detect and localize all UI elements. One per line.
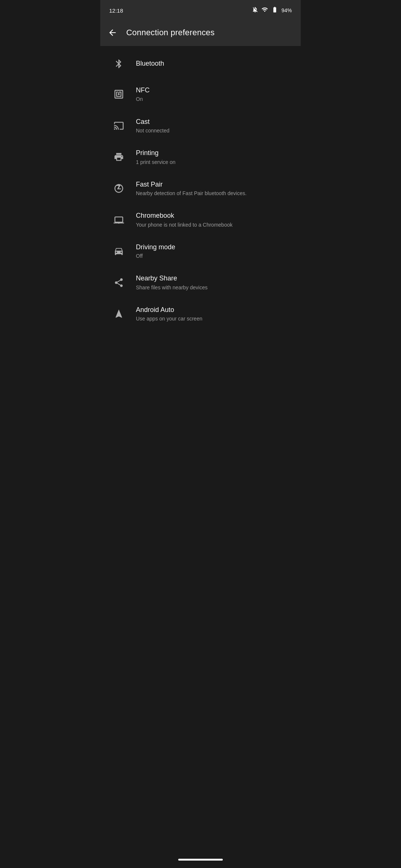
cast-subtitle: Not connected [136, 127, 292, 134]
nfc-icon [109, 89, 128, 99]
driving-mode-icon [109, 246, 128, 256]
android-auto-icon [109, 309, 128, 319]
android-auto-title: Android Auto [136, 306, 292, 314]
nfc-subtitle: On [136, 96, 292, 102]
nav-indicator [178, 859, 223, 861]
settings-item-nfc[interactable]: NFC On [100, 79, 301, 110]
nfc-title: NFC [136, 86, 292, 95]
page-title: Connection preferences [126, 28, 215, 37]
notification-mute-icon [252, 6, 258, 14]
nearby-share-subtitle: Share files with nearby devices [136, 284, 292, 291]
nearby-share-icon [109, 277, 128, 288]
printing-title: Printing [136, 149, 292, 157]
android-auto-content: Android Auto Use apps on your car screen [128, 306, 292, 322]
chromebook-icon [109, 215, 128, 225]
cast-title: Cast [136, 118, 292, 126]
printing-content: Printing 1 print service on [128, 149, 292, 165]
chromebook-title: Chromebook [136, 211, 292, 220]
printing-subtitle: 1 print service on [136, 159, 292, 165]
cast-icon [109, 121, 128, 131]
nav-bar [100, 854, 301, 868]
settings-item-bluetooth[interactable]: Bluetooth [100, 49, 301, 79]
cast-content: Cast Not connected [128, 118, 292, 134]
printing-icon [109, 152, 128, 162]
android-auto-subtitle: Use apps on your car screen [136, 315, 292, 322]
battery-percentage: 94% [281, 7, 292, 13]
chromebook-content: Chromebook Your phone is not linked to a… [128, 211, 292, 228]
status-icons: 94% [252, 6, 292, 14]
bluetooth-icon [109, 59, 128, 69]
driving-mode-subtitle: Off [136, 253, 292, 259]
toolbar: Connection preferences [100, 19, 301, 46]
fast-pair-icon [109, 183, 128, 194]
status-time: 12:18 [109, 7, 123, 14]
wifi-icon [261, 6, 268, 14]
settings-list: Bluetooth NFC On Cast Not connected [100, 46, 301, 330]
bluetooth-content: Bluetooth [128, 59, 292, 68]
status-bar: 12:18 94% [100, 0, 301, 19]
bluetooth-title: Bluetooth [136, 59, 292, 68]
nfc-content: NFC On [128, 86, 292, 103]
battery-icon [271, 6, 278, 14]
driving-mode-title: Driving mode [136, 243, 292, 251]
settings-item-nearby-share[interactable]: Nearby Share Share files with nearby dev… [100, 267, 301, 298]
settings-item-chromebook[interactable]: Chromebook Your phone is not linked to a… [100, 204, 301, 236]
nearby-share-title: Nearby Share [136, 274, 292, 283]
fast-pair-content: Fast Pair Nearby detection of Fast Pair … [128, 180, 292, 197]
nearby-share-content: Nearby Share Share files with nearby dev… [128, 274, 292, 291]
fast-pair-subtitle: Nearby detection of Fast Pair bluetooth … [136, 190, 292, 197]
back-button[interactable] [108, 28, 117, 37]
fast-pair-title: Fast Pair [136, 180, 292, 189]
chromebook-subtitle: Your phone is not linked to a Chromebook [136, 221, 292, 228]
settings-item-cast[interactable]: Cast Not connected [100, 110, 301, 142]
settings-item-printing[interactable]: Printing 1 print service on [100, 141, 301, 173]
settings-item-driving-mode[interactable]: Driving mode Off [100, 236, 301, 267]
settings-item-fast-pair[interactable]: Fast Pair Nearby detection of Fast Pair … [100, 173, 301, 204]
driving-mode-content: Driving mode Off [128, 243, 292, 260]
settings-item-android-auto[interactable]: Android Auto Use apps on your car screen [100, 298, 301, 330]
